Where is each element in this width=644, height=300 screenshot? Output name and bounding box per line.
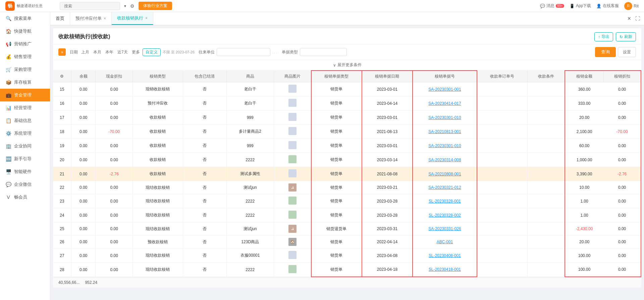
cell-cash-discount: 0.00 <box>96 96 133 111</box>
cell-writeoff-number[interactable]: SL-20230328-002 <box>413 208 477 222</box>
tab-collection[interactable]: 收款核销执行 × <box>112 12 153 25</box>
cell-writeoff-number[interactable]: SA-20230321-012 <box>413 181 477 194</box>
tab-close-button[interactable]: ✕ <box>626 14 633 23</box>
cell-goods: 2222 <box>226 263 274 277</box>
cell-writeoff-type: 现结收款核销 <box>133 194 183 208</box>
cell-writeoff-number[interactable]: SA-20230301-001 <box>413 82 477 96</box>
last-7-days-button[interactable]: 近7天 <box>116 49 129 56</box>
sidebar-item-sales[interactable]: 💰 销售管理 <box>0 50 50 63</box>
partner-filter-label: 往来单位 <box>199 49 215 55</box>
refresh-label: 刷新 <box>624 34 632 40</box>
this-month-button[interactable]: 本月 <box>92 49 103 56</box>
cell-writeoff-number[interactable]: SA-20210808-001 <box>413 167 477 181</box>
last-month-button[interactable]: 上月 <box>80 49 91 56</box>
tab-prepay[interactable]: 预付冲应付单 × <box>70 12 112 25</box>
cell-receipt-condition <box>527 208 565 222</box>
dropdown-arrow-icon[interactable]: ▾ <box>124 4 126 8</box>
tab-prepay-close-icon[interactable]: × <box>104 16 106 21</box>
cell-goods: 衣服00001 <box>226 249 274 263</box>
export-label: 导出 <box>601 34 609 40</box>
more-date-button[interactable]: 更多 <box>130 49 141 56</box>
cell-writeoff-number[interactable]: SA-20210813-001 <box>413 125 477 139</box>
cell-writeoff-number[interactable]: SL-20230408-001 <box>413 249 477 263</box>
sidebar-item-marketing[interactable]: 📢 营销推广 <box>0 38 50 50</box>
cell-writeoff-voucher-type: 销货退货单 <box>311 222 362 235</box>
this-year-button[interactable]: 本年 <box>104 49 115 56</box>
message-icon-item[interactable]: 💬 消息 99+ <box>540 3 564 9</box>
cell-balance: 0.00 <box>71 263 95 277</box>
sidebar-item-member[interactable]: V 畅会员 <box>0 191 50 204</box>
sidebar-item-system[interactable]: ⚙️ 系统管理 <box>0 127 50 140</box>
cell-writeoff-number[interactable]: SA-20230301-010 <box>413 139 477 153</box>
industry-solution-button[interactable]: 体验行业方案 <box>139 2 172 10</box>
sidebar-item-smart[interactable]: 🖥️ 智能硬件 <box>0 165 50 178</box>
cell-writeoff-number[interactable]: SA-20230314-008 <box>413 153 477 167</box>
tab-home[interactable]: 首页 <box>50 12 70 25</box>
sidebar-item-inventory[interactable]: 📦 库存核算 <box>0 76 50 89</box>
table-row: 24 0.00 0.00 现结收款核销 否 2222 销货单 2023-03-2… <box>53 208 641 222</box>
filter-expand-button[interactable]: » <box>58 48 66 56</box>
cell-writeoff-voucher-type: 销货单 <box>311 194 362 208</box>
user-info[interactable]: R Rit <box>624 2 639 10</box>
custom-date-button[interactable]: 自定义 <box>143 48 161 56</box>
page-header: 收款核销执行(按收款) ↑ 导出 ↻ 刷新 <box>53 28 641 44</box>
sidebar-item-wechat[interactable]: 💬 企业微信 <box>0 178 50 191</box>
cell-writeoff-discount: -70.00 <box>603 125 641 139</box>
settings-gear-icon[interactable]: ⚙ <box>130 3 135 9</box>
cell-cash-discount: 0.00 <box>96 153 133 167</box>
query-button[interactable]: 查询 <box>595 47 616 57</box>
table-row: 23 0.00 0.00 现结收款核销 否 2222 销货单 2023-03-2… <box>53 194 641 208</box>
date-range-text: 不限 至 2023-07-26 <box>163 50 195 55</box>
system-icon: ⚙️ <box>5 131 11 136</box>
cell-receipt-condition <box>527 194 565 208</box>
sidebar-item-quick-nav[interactable]: 🏠 快捷导航 <box>0 25 50 38</box>
date-filter-label: 日期 <box>70 49 78 55</box>
cell-writeoff-discount: 0.00 <box>603 249 641 263</box>
cell-receipt-order-no <box>477 139 527 153</box>
sidebar-item-operations[interactable]: 📊 经营管理 <box>0 101 50 114</box>
refresh-button[interactable]: ↻ 刷新 <box>616 32 636 41</box>
cell-cash-discount: -2.76 <box>96 167 133 181</box>
voucher-type-select[interactable] <box>300 48 347 56</box>
cell-writeoff-number[interactable]: SA-20230301-010 <box>413 111 477 125</box>
col-settings[interactable]: ⚙ <box>53 71 71 82</box>
expand-conditions-button[interactable]: ∨ 展开更多条件 <box>333 62 362 68</box>
sidebar-item-guide[interactable]: 🆕 新手引导 <box>0 153 50 165</box>
cell-balance: 0.00 <box>71 249 95 263</box>
sidebar-item-corp[interactable]: 🏢 企业协同 <box>0 140 50 153</box>
tab-collection-close-icon[interactable]: × <box>145 16 148 20</box>
cell-writeoff-voucher-type: 销货单 <box>311 153 362 167</box>
cell-writeoff-number[interactable]: SL-20230328-001 <box>413 194 477 208</box>
filter-bar: » 日期 上月 本月 本年 近7天 更多 自定义 不限 至 2023-07-26 <box>53 44 641 60</box>
cell-goods-image <box>274 167 311 181</box>
cell-receipt-condition <box>527 263 565 277</box>
cell-balance: 0.00 <box>71 153 95 167</box>
app-logo: 畅 畅捷通谱好生意 <box>5 1 56 11</box>
cell-cash-discount: 0.00 <box>96 181 133 194</box>
tab-fullscreen-button[interactable]: ⛶ <box>634 14 641 23</box>
sidebar-item-search[interactable]: 🔍 搜索菜单 <box>0 12 50 25</box>
cell-writeoff-voucher-type: 销货单 <box>311 82 362 96</box>
col-receipt-condition: 收款条件 <box>527 71 565 82</box>
partner-input[interactable] <box>217 48 270 56</box>
online-service-item[interactable]: 👤 在线客服 <box>596 3 619 9</box>
cell-writeoff-number[interactable]: SL-20230418-001 <box>413 263 477 277</box>
top-search-input[interactable] <box>60 2 120 10</box>
cell-writeoff-number[interactable]: ABC-001 <box>413 235 477 249</box>
cell-writeoff-type: 预收款核销 <box>133 235 183 249</box>
cell-goods-image <box>274 153 311 167</box>
sidebar-item-finance[interactable]: 💼 资金管理 <box>0 89 50 101</box>
app-download-item[interactable]: 📱 App下载 <box>570 3 591 9</box>
sidebar-item-basic-info[interactable]: 📋 基础信息 <box>0 114 50 127</box>
table-row: 27 0.00 0.00 现结收款核销 否 衣服00001 销货单 2023-0… <box>53 249 641 263</box>
sidebar-item-purchase[interactable]: 🛒 采购管理 <box>0 63 50 76</box>
cell-writeoff-discount: 0.00 <box>603 208 641 222</box>
cell-writeoff-number[interactable]: SA-20230414-017 <box>413 96 477 111</box>
export-button[interactable]: ↑ 导出 <box>594 32 613 41</box>
logo-icon: 畅 <box>5 1 15 11</box>
cell-writeoff-number[interactable]: SA-20230331-026 <box>413 222 477 235</box>
filter-settings-button[interactable]: 设置 <box>618 47 636 57</box>
cell-goods-image: 🏠 <box>274 235 311 249</box>
cell-no: 28 <box>53 263 71 277</box>
cell-include-settled: 否 <box>183 249 226 263</box>
